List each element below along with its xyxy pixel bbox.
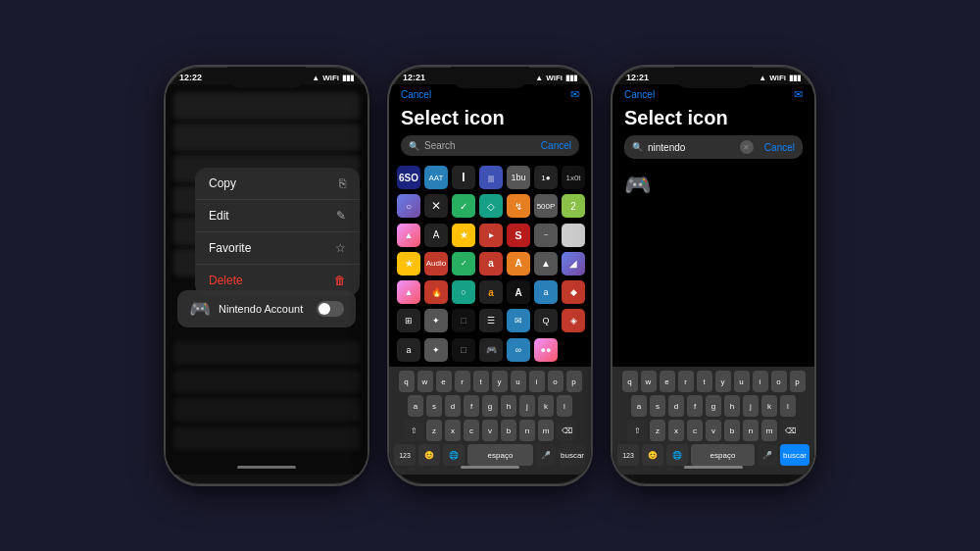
icon-cell-27[interactable]: ◢ [562, 252, 585, 276]
icon-cell-20[interactable]: ~ [534, 224, 558, 247]
key-emoji-3[interactable]: 😊 [642, 444, 663, 466]
key-u-3[interactable]: u [734, 371, 750, 392]
key-k-2[interactable]: k [538, 395, 554, 417]
key-p-3[interactable]: p [790, 371, 806, 392]
key-l-3[interactable]: l [780, 395, 796, 417]
key-x-3[interactable]: x [668, 420, 684, 441]
key-shift-3[interactable]: ⇧ [627, 420, 647, 441]
icon-cell-30[interactable]: ○ [452, 280, 475, 304]
search-cancel-3[interactable]: Cancel [764, 142, 795, 153]
key-e-2[interactable]: e [436, 371, 452, 392]
icon-cell-35[interactable]: ⊞ [397, 309, 420, 332]
key-d-2[interactable]: d [445, 395, 461, 417]
key-k-3[interactable]: k [761, 395, 777, 417]
key-q-3[interactable]: q [622, 371, 638, 392]
icon-cell-24[interactable]: a [479, 252, 503, 276]
icon-cell-2[interactable]: AAT [424, 166, 448, 189]
icon-cell-23[interactable]: ✓ [452, 252, 475, 276]
key-s-2[interactable]: s [426, 395, 442, 417]
key-q-2[interactable]: q [399, 371, 415, 392]
icon-cell-37[interactable]: □ [452, 309, 475, 332]
menu-edit[interactable]: Edit ✎ [195, 200, 360, 232]
icon-cell-5[interactable]: 1bu [507, 166, 530, 189]
icon-cell-42[interactable]: a [397, 338, 420, 362]
key-i-3[interactable]: i [753, 371, 768, 392]
key-n-3[interactable]: n [743, 420, 759, 441]
icon-cell-31[interactable]: a [479, 280, 503, 304]
key-y-2[interactable]: y [492, 371, 508, 392]
icon-cell-4[interactable]: ||| [479, 166, 503, 189]
key-delete-3[interactable]: ⌫ [780, 420, 800, 441]
icon-cell-43[interactable]: ✦ [424, 338, 448, 362]
key-j-2[interactable]: j [519, 395, 535, 417]
key-d-3[interactable]: d [668, 395, 684, 417]
toggle-switch[interactable] [317, 301, 344, 317]
icon-cell-32[interactable]: A [507, 280, 530, 304]
icon-cell-6[interactable]: 1● [534, 166, 558, 189]
key-buscar-3[interactable]: buscar [780, 444, 809, 466]
search-bar-2[interactable]: 🔍 Search Cancel [401, 135, 579, 156]
key-o-2[interactable]: o [548, 371, 564, 392]
key-c-3[interactable]: c [687, 420, 703, 441]
icon-cell-19[interactable]: S [507, 224, 530, 247]
icon-cell-46[interactable]: ∞ [507, 338, 530, 362]
menu-copy[interactable]: Copy ⎘ [195, 168, 360, 200]
key-f-3[interactable]: f [687, 395, 703, 417]
cancel-button-3[interactable]: Cancel [624, 89, 655, 100]
icon-cell-38[interactable]: ☰ [479, 309, 503, 332]
key-w-3[interactable]: w [641, 371, 657, 392]
icon-cell-41[interactable]: ◈ [562, 309, 585, 332]
key-j-3[interactable]: j [743, 395, 759, 417]
key-z-3[interactable]: z [650, 420, 665, 441]
icon-cell-40[interactable]: Q [534, 309, 558, 332]
key-a-2[interactable]: a [408, 395, 423, 417]
key-h-2[interactable]: h [501, 395, 516, 417]
key-r-2[interactable]: r [455, 371, 470, 392]
key-globe-2[interactable]: 🌐 [443, 444, 465, 466]
icon-cell-14[interactable]: 2 [562, 194, 585, 218]
search-input-3[interactable]: nintendo [648, 142, 735, 153]
key-t-2[interactable]: t [473, 371, 489, 392]
icon-cell-28[interactable]: ▲ [397, 280, 420, 304]
key-w-2[interactable]: w [417, 371, 433, 392]
icon-cell-26[interactable]: ▲ [534, 252, 558, 276]
icon-cell-9[interactable]: ✕ [424, 194, 448, 218]
icon-cell-18[interactable]: ▸ [479, 224, 503, 247]
key-z-2[interactable]: z [426, 420, 442, 441]
key-f-2[interactable]: f [464, 395, 479, 417]
key-a-3[interactable]: a [631, 395, 647, 417]
key-n-2[interactable]: n [519, 420, 535, 441]
key-v-2[interactable]: v [482, 420, 498, 441]
icon-cell-17[interactable]: ★ [452, 224, 475, 247]
icon-cell-22[interactable]: Audio [424, 252, 448, 276]
key-l-2[interactable]: l [557, 395, 572, 417]
key-c-2[interactable]: c [464, 420, 479, 441]
key-globe-3[interactable]: 🌐 [666, 444, 688, 466]
icon-cell-11[interactable]: ◇ [479, 194, 503, 218]
icon-cell-1[interactable]: 6SO [397, 166, 420, 189]
icon-cell-47[interactable]: ●● [534, 338, 558, 362]
icon-cell-45[interactable]: 🎮 [479, 338, 503, 362]
key-v-3[interactable]: v [706, 420, 721, 441]
key-delete-2[interactable]: ⌫ [557, 420, 576, 441]
key-shift-2[interactable]: ⇧ [404, 420, 423, 441]
key-s-3[interactable]: s [650, 395, 665, 417]
key-p-2[interactable]: p [566, 371, 582, 392]
icon-cell-33[interactable]: a [534, 280, 558, 304]
icon-cell-13[interactable]: 500P [534, 194, 558, 218]
key-m-2[interactable]: m [538, 420, 554, 441]
icon-cell-44[interactable]: □ [452, 338, 475, 362]
key-g-3[interactable]: g [706, 395, 721, 417]
key-space-3[interactable]: espaço [691, 444, 755, 466]
key-mic-3[interactable]: 🎤 [758, 444, 777, 466]
icon-cell-8[interactable]: ○ [397, 194, 420, 218]
icon-cell-21[interactable]: ★ [397, 252, 420, 276]
cancel-button-2[interactable]: Cancel [401, 89, 431, 100]
icon-cell-29[interactable]: 🔥 [424, 280, 448, 304]
key-o-3[interactable]: o [771, 371, 787, 392]
clear-button-3[interactable]: ✕ [740, 140, 754, 154]
key-r-3[interactable]: r [678, 371, 694, 392]
icon-cell-15[interactable]: ▲ [397, 224, 420, 247]
result-icon[interactable]: 🎮 [624, 173, 651, 197]
key-i-2[interactable]: i [529, 371, 545, 392]
